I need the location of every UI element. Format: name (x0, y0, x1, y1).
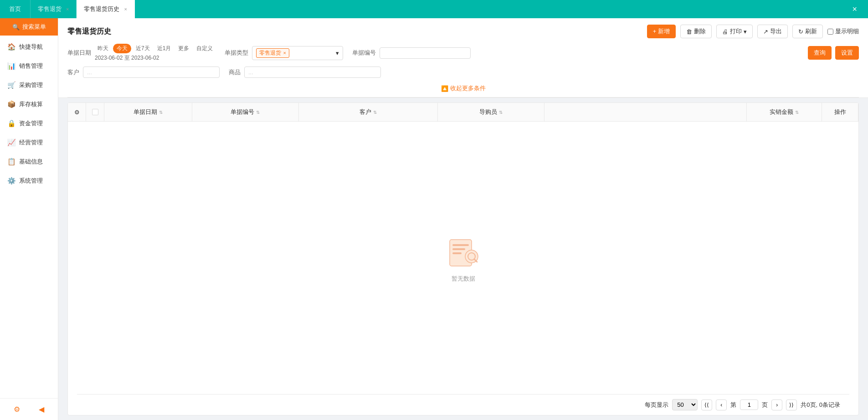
date-today[interactable]: 今天 (113, 44, 131, 53)
customer-label: 客户 (67, 68, 79, 77)
goods-placeholder: ... (248, 69, 253, 76)
first-page-button[interactable]: ⟨⟨ (701, 400, 712, 410)
sidebar-item-basic-info[interactable]: 📋 基础信息 (0, 152, 58, 171)
sidebar-item-inventory[interactable]: 📦 库存核算 (0, 95, 58, 114)
bill-type-tag-label: 零售退货 (259, 49, 281, 57)
page-number-input[interactable] (740, 400, 758, 410)
tab-retail-return-history-label: 零售退货历史 (84, 5, 119, 13)
table-wrapper: ⚙ 单据日期 ⇅ 单据编号 ⇅ 客户 ⇅ 导购员 (67, 102, 859, 415)
per-page-label: 每页显示 (645, 401, 668, 409)
customer-input[interactable]: ... (83, 67, 220, 78)
print-button[interactable]: 🖨 打印 ▾ (716, 25, 753, 38)
tab-retail-return-label: 零售退货 (38, 5, 62, 13)
sidebar-item-system-label: 系统管理 (19, 177, 43, 185)
th-guide[interactable]: 导购员 ⇅ (438, 103, 545, 121)
sales-icon: 📊 (7, 62, 15, 70)
finance-icon: 🔒 (7, 119, 15, 128)
tab-retail-return[interactable]: 零售退货 × (31, 0, 77, 18)
bill-no-input[interactable] (380, 47, 471, 59)
tab-retail-return-history-close[interactable]: × (124, 6, 127, 12)
date-7days[interactable]: 近7天 (133, 44, 153, 53)
th-guide-label: 导购员 (479, 108, 497, 116)
sidebar-item-sales-label: 销售管理 (19, 62, 43, 70)
svg-rect-2 (452, 248, 465, 250)
th-bill-no-label: 单据编号 (231, 108, 254, 116)
sidebar-bottom: ⚙ ◀ (0, 398, 58, 420)
customer-filter-item: 客户 ... (67, 67, 220, 78)
svg-rect-1 (452, 244, 469, 246)
empty-state: 暂无数据 (427, 215, 500, 301)
date-filter-item: 单据日期 昨天 今天 近7天 近1月 更多 自定义 2023 (67, 44, 216, 62)
bill-type-select[interactable]: 零售退货 × ▾ (252, 46, 343, 60)
table-body: 暂无数据 (68, 122, 858, 394)
delete-label: 删除 (694, 27, 706, 36)
tab-retail-return-history[interactable]: 零售退货历史 × (77, 0, 134, 18)
delete-button[interactable]: 🗑 删除 (680, 25, 712, 38)
bill-type-tag-close[interactable]: × (283, 50, 286, 56)
th-settings[interactable]: ⚙ (68, 103, 86, 121)
sidebar-item-system[interactable]: ⚙️ 系统管理 (0, 171, 58, 190)
goods-label: 商品 (229, 68, 241, 77)
collapse-sidebar-icon[interactable]: ◀ (37, 403, 46, 415)
goods-filter-item: 商品 ... (229, 67, 381, 78)
th-action: 操作 (822, 103, 858, 121)
window-close-button[interactable]: × (848, 3, 861, 16)
collapse-button[interactable]: 🔼 收起更多条件 (441, 84, 486, 92)
collapse-icon: 🔼 (441, 85, 448, 92)
filter-row-2: 客户 ... 商品 ... (67, 67, 859, 78)
last-page-button[interactable]: ⟩⟩ (786, 400, 797, 410)
select-all-checkbox[interactable] (92, 109, 98, 115)
th-date-sort: ⇅ (159, 110, 163, 115)
sidebar-item-inventory-label: 库存核算 (19, 100, 43, 108)
show-detail-checkbox-label[interactable]: 显示明细 (827, 27, 859, 36)
query-button[interactable]: 查询 (808, 46, 832, 60)
sidebar-item-quicknav[interactable]: 🏠 快捷导航 (0, 37, 58, 56)
date-range-display: 2023-06-02 至 2023-06-02 (95, 54, 216, 62)
sidebar-menu: 🏠 快捷导航 📊 销售管理 🛒 采购管理 📦 库存核算 🔒 资金管理 📈 (0, 36, 58, 398)
th-amount[interactable]: 实销金额 ⇅ (747, 103, 822, 121)
sidebar-search[interactable]: 🔍 搜索菜单 (0, 18, 58, 36)
date-custom[interactable]: 自定义 (194, 44, 216, 53)
page-title: 零售退货历史 (67, 27, 111, 36)
date-1month[interactable]: 近1月 (154, 44, 174, 53)
refresh-button[interactable]: ↻ 刷新 (792, 25, 823, 38)
empty-illustration (445, 233, 482, 269)
print-icon: 🖨 (722, 28, 728, 35)
date-yesterday[interactable]: 昨天 (95, 44, 111, 53)
print-dropdown-icon: ▾ (744, 28, 747, 35)
bill-no-label: 单据编号 (352, 49, 376, 57)
th-date[interactable]: 单据日期 ⇅ (104, 103, 192, 121)
settings-column-icon: ⚙ (74, 109, 80, 116)
sidebar-item-purchase[interactable]: 🛒 采购管理 (0, 76, 58, 95)
export-icon: ↗ (763, 28, 768, 35)
sidebar-search-label: 搜索菜单 (22, 23, 46, 31)
setting-button[interactable]: 设置 (835, 46, 859, 60)
settings-bottom-icon[interactable]: ⚙ (12, 403, 22, 415)
delete-icon: 🗑 (686, 28, 692, 35)
th-checkbox[interactable] (86, 103, 104, 121)
tab-home[interactable]: 首页 (0, 0, 31, 18)
goods-input[interactable]: ... (244, 67, 381, 78)
svg-rect-3 (452, 252, 462, 254)
th-guide-sort: ⇅ (499, 110, 503, 115)
show-detail-checkbox[interactable] (827, 29, 833, 35)
bill-type-tag-container: 零售退货 × (256, 48, 289, 58)
show-detail-label: 显示明细 (835, 27, 859, 36)
home-icon: 🏠 (7, 43, 15, 51)
sidebar-item-finance[interactable]: 🔒 资金管理 (0, 114, 58, 133)
export-button[interactable]: ↗ 导出 (757, 25, 788, 38)
customer-placeholder: ... (87, 69, 92, 76)
tab-retail-return-close[interactable]: × (66, 6, 69, 12)
date-more[interactable]: 更多 (175, 44, 192, 53)
next-page-button[interactable]: › (771, 400, 782, 410)
new-button[interactable]: + 新增 (647, 25, 676, 38)
sidebar-item-sales[interactable]: 📊 销售管理 (0, 56, 58, 76)
print-label: 打印 (730, 27, 742, 36)
th-bill-no[interactable]: 单据编号 ⇅ (192, 103, 299, 121)
per-page-select[interactable]: 50 10 20 100 (672, 399, 698, 410)
sidebar-item-operations[interactable]: 📈 经营管理 (0, 133, 58, 152)
pagination: 每页显示 50 10 20 100 ⟨⟨ ‹ 第 页 › ⟩⟩ 共0页, 0条记… (77, 394, 849, 415)
table-header: ⚙ 单据日期 ⇅ 单据编号 ⇅ 客户 ⇅ 导购员 (68, 103, 858, 122)
th-customer[interactable]: 客户 ⇅ (299, 103, 437, 121)
prev-page-button[interactable]: ‹ (716, 400, 727, 410)
